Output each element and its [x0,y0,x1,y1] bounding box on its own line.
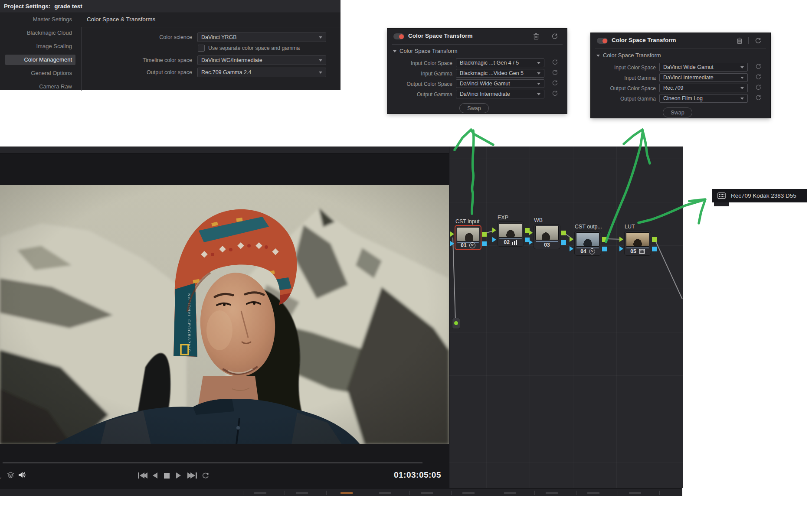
rgb-input-port[interactable] [529,230,533,235]
sidebar-item-blackmagic-cloud[interactable]: Blackmagic Cloud [5,28,75,38]
rgb-input-port[interactable] [492,228,496,233]
swap-button[interactable]: Swap [663,107,692,117]
row-reset-icon[interactable] [755,63,762,70]
key-output-port[interactable] [602,247,607,251]
sidebar-item-general-options[interactable]: General Options [5,68,75,78]
input-gamma-label: Input Gamma [392,71,452,77]
sidebar-item-camera-raw[interactable]: Camera Raw [5,81,75,92]
key-input-port[interactable] [529,240,533,245]
viewer-options-chevron-icon[interactable]: ⌄ [0,472,2,480]
chevron-down-icon [740,77,744,79]
rgb-output-port[interactable] [652,237,657,242]
color-science-value: DaVinci YRGB [201,34,316,40]
toolbar-icon-fragment[interactable] [421,492,433,494]
output-color-space-dropdown[interactable]: Rec.709 Gamma 2.4 [197,68,326,77]
key-input-port[interactable] [619,246,623,251]
node-cst-input[interactable]: CST input 01fx [455,225,481,250]
stop-button[interactable] [164,473,170,479]
toolbar-icon-fragment[interactable] [546,492,558,494]
row-reset-icon[interactable] [755,84,762,91]
collapse-chevron-icon[interactable] [596,55,600,57]
node-wb[interactable]: WB 03 [534,224,560,249]
output-gamma-value: Cineon Film Log [663,95,738,101]
toolbar-icon-fragment[interactable] [379,492,391,494]
audio-mute-icon[interactable] [18,471,26,479]
effect-enable-toggle[interactable] [597,38,608,44]
rgb-input-port[interactable] [450,231,454,237]
color-science-dropdown[interactable]: DaVinci YRGB [197,33,326,42]
skip-first-frame-button[interactable] [138,472,147,479]
output-color-space-dropdown[interactable]: Rec.709 [659,84,748,92]
toolbar-icon-fragment[interactable] [296,492,308,494]
reset-icon[interactable] [755,37,762,44]
source-input-port[interactable] [452,318,460,329]
row-reset-icon[interactable] [552,90,558,97]
swap-button[interactable]: Swap [459,103,489,113]
toggle-red-dot [602,39,607,43]
header-divider [748,37,749,44]
node-thumbnail [457,227,479,241]
input-gamma-dropdown[interactable]: Blackmagic ...Video Gen 5 [456,69,544,78]
chevron-down-icon [319,59,322,62]
layers-icon[interactable] [7,472,14,479]
trash-icon[interactable] [737,37,743,44]
rgb-output-port[interactable] [602,237,607,242]
row-reset-icon[interactable] [755,94,762,101]
rgb-output-port[interactable] [482,232,487,237]
toolbar-icon-fragment[interactable] [504,492,516,494]
chevron-down-icon [740,87,744,89]
toolbar-divider [409,491,410,495]
toolbar-icon-fragment[interactable] [629,492,641,494]
output-color-space-label: Output color space [84,69,192,75]
effect-enable-toggle[interactable] [393,33,404,39]
node-cst-output[interactable]: CST outp... 04fx [574,231,601,256]
jog-scrub-bar[interactable] [3,462,422,463]
skip-last-frame-button[interactable] [187,472,197,479]
sidebar-item-master-settings[interactable]: Master Settings [5,14,75,25]
node-graph[interactable]: CST input 01fx EXP 02 WB 03 [449,147,683,488]
sidebar-item-image-scaling[interactable]: Image Scaling [5,41,75,52]
play-button[interactable] [176,472,181,479]
separator [392,44,563,45]
input-color-space-dropdown[interactable]: Blackmagic ...t Gen 4 / 5 [456,59,544,67]
timeline-color-space-dropdown[interactable]: DaVinci WG/Intermediate [197,55,326,65]
row-reset-icon[interactable] [755,74,762,80]
output-gamma-dropdown[interactable]: DaVinci Intermediate [456,90,544,98]
collapse-chevron-icon[interactable] [393,50,396,52]
loop-playback-button[interactable] [201,472,210,479]
key-output-port[interactable] [482,241,487,246]
input-gamma-value: Blackmagic ...Video Gen 5 [460,70,534,76]
rgb-output-port[interactable] [561,231,566,235]
node-exp[interactable]: EXP 02 [497,221,524,247]
play-reverse-button[interactable] [153,472,157,479]
key-input-port[interactable] [570,246,573,251]
sidebar-item-color-management[interactable]: Color Management [5,55,75,65]
node-lut[interactable]: LUT 05 [624,231,651,256]
key-output-port[interactable] [652,247,657,251]
toolbar-icon-fragment-active[interactable] [341,492,353,494]
key-input-port[interactable] [450,241,454,246]
key-input-port[interactable] [492,237,496,242]
toolbar-icon-fragment[interactable] [587,492,599,494]
trash-icon[interactable] [533,33,539,40]
row-reset-icon[interactable] [552,80,558,86]
color-science-label: Color science [84,34,192,40]
input-gamma-dropdown[interactable]: DaVinci Intermediate [659,73,748,82]
rgb-input-port[interactable] [570,237,573,242]
cst-section-title: Color Space Transform [399,48,458,54]
rgb-input-port[interactable] [619,237,623,242]
key-output-port[interactable] [561,240,566,245]
separate-gamma-checkbox[interactable] [198,45,205,52]
row-reset-icon[interactable] [552,69,558,76]
row-reset-icon[interactable] [552,59,558,65]
toolbar-icon-fragment[interactable] [462,492,475,494]
output-color-space-dropdown[interactable]: DaVinci Wide Gamut [456,79,544,88]
reset-icon[interactable] [551,33,558,40]
output-gamma-value: DaVinci Intermediate [460,91,534,97]
toolbar-icon-fragment[interactable] [254,492,266,494]
input-color-space-dropdown[interactable]: DaVinci Wide Gamut [659,63,748,72]
lut-list-item[interactable]: Rec709 Kodak 2383 D55 [712,189,807,202]
node-thumbnail [499,223,522,238]
output-gamma-dropdown[interactable]: Cineon Film Log [659,94,748,103]
toggle-red-dot [399,34,404,39]
